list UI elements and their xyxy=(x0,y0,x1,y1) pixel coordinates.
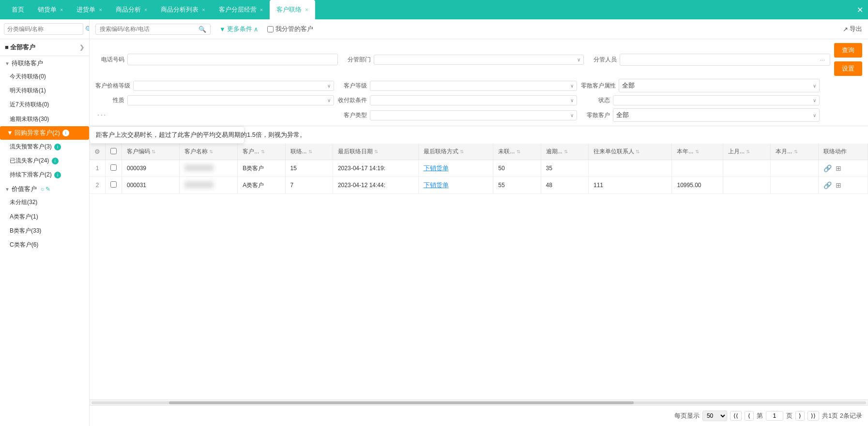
churned-info-icon[interactable]: i xyxy=(52,158,59,164)
col-customer-name[interactable]: 客户名称 ⇅ xyxy=(180,144,238,160)
col-overdue[interactable]: 逾期... ⇅ xyxy=(541,144,588,160)
col-customer-code[interactable]: 客户编码 ⇅ xyxy=(122,144,180,160)
row-last-method-1[interactable]: 下销货单 xyxy=(418,160,493,177)
nav-purchase[interactable]: 进货单 × xyxy=(70,0,108,19)
scattered-customer-select[interactable]: 全部 ∨ xyxy=(613,108,820,122)
sidebar-search-button[interactable]: 🔍 xyxy=(85,26,90,33)
row-code-2: 000031 xyxy=(122,177,180,194)
nav-sales[interactable]: 销货单 × xyxy=(31,0,70,19)
section-value-customers[interactable]: ▼ 价值客户 ○ ✎ xyxy=(0,182,89,195)
nav-home[interactable]: 首页 xyxy=(5,0,31,19)
my-customers-checkbox[interactable] xyxy=(267,26,274,32)
col-last-contact-date[interactable]: 最后联络日期 ⇅ xyxy=(333,144,418,160)
status-chevron-icon: ∨ xyxy=(813,98,816,103)
horizontal-scrollbar[interactable] xyxy=(90,399,868,405)
nature-select[interactable]: ∨ xyxy=(127,95,334,105)
department-select[interactable]: ∨ xyxy=(374,55,584,65)
last-page-button[interactable]: ⟩⟩ xyxy=(807,411,819,421)
my-customers-checkbox-label[interactable]: 我分管的客户 xyxy=(267,25,313,33)
close-sales-tab[interactable]: × xyxy=(60,0,63,19)
row-checkbox-2[interactable] xyxy=(106,177,122,194)
page-number-input[interactable] xyxy=(766,411,783,421)
table-settings-icon[interactable]: ⚙ xyxy=(94,148,100,155)
section-pending-contact[interactable]: ▼ 待联络客户 xyxy=(0,56,89,70)
close-product-analysis-tab[interactable]: × xyxy=(144,0,147,19)
close-customer-contact-tab[interactable]: × xyxy=(305,0,308,19)
settings-button[interactable]: 设置 xyxy=(834,61,862,76)
query-button[interactable]: 查询 xyxy=(834,43,862,58)
scattered-attr-select[interactable]: 全部 ∨ xyxy=(619,79,820,92)
row-customer-type-2: A类客户 xyxy=(238,177,285,194)
phone-input[interactable] xyxy=(127,54,338,65)
sidebar-all-customers-header[interactable]: ■ 全部客户 ❯ xyxy=(0,39,89,56)
col-contact-count[interactable]: 联络... ⇅ xyxy=(285,144,333,160)
action-grid-icon-2[interactable]: ⊞ xyxy=(836,181,841,189)
repurchase-anomaly-info-icon[interactable]: i xyxy=(62,130,69,136)
filter-dots-area: ··· xyxy=(95,111,334,119)
nav-product-analysis-list[interactable]: 商品分析列表 × xyxy=(154,0,212,19)
action-link-icon-2[interactable]: 🔗 xyxy=(823,181,832,189)
customer-table-area[interactable]: ⚙ 客户编码 ⇅ 客户名称 ⇅ 客户... ⇅ 联络... ⇅ 最后联络日期 ⇅… xyxy=(90,144,868,399)
export-button[interactable]: ↗ 导出 xyxy=(843,25,862,33)
customer-type-select[interactable]: ∨ xyxy=(370,110,577,120)
price-level-select[interactable]: ∨ xyxy=(133,81,334,91)
more-filters-dots[interactable]: ··· xyxy=(95,111,108,119)
row-this-year-2: 10995.00 xyxy=(672,177,723,194)
col-last-contact-method[interactable]: 最后联络方式 ⇅ xyxy=(418,144,493,160)
select-all-checkbox[interactable] xyxy=(110,148,117,154)
row-checkbox-1[interactable] xyxy=(106,160,122,177)
nav-product-analysis[interactable]: 商品分析 × xyxy=(109,0,154,19)
sidebar-item-class-a[interactable]: A类客户(1) xyxy=(0,210,89,224)
close-product-analysis-list-tab[interactable]: × xyxy=(202,0,205,19)
sidebar-item-declining[interactable]: 持续下滑客户(2) i xyxy=(0,168,89,182)
nav-customer-contact[interactable]: 客户联络 × xyxy=(270,0,315,19)
filter-customer-type: 客户类型 ∨ xyxy=(338,110,577,120)
sidebar-item-ungrouped[interactable]: 未分组(32) xyxy=(0,195,89,209)
close-customer-tier-tab[interactable]: × xyxy=(260,0,263,19)
close-all-button[interactable]: ✕ xyxy=(857,5,863,15)
section-repurchase-anomaly[interactable]: ▼ 回购异常客户(2) i xyxy=(0,126,89,140)
sidebar-item-class-b[interactable]: B类客户(33) xyxy=(0,224,89,238)
sidebar-item-today[interactable]: 今天待联络(0) xyxy=(0,70,89,84)
sidebar-item-tomorrow[interactable]: 明天待联络(1) xyxy=(0,84,89,98)
nav-customer-tier[interactable]: 客户分层经营 × xyxy=(212,0,270,19)
row-last-method-2[interactable]: 下销货单 xyxy=(418,177,493,194)
search-input[interactable] xyxy=(100,26,197,32)
col-last-month[interactable]: 上月... ⇅ xyxy=(723,144,770,160)
sidebar-collapse-button[interactable]: ❯ xyxy=(79,44,84,51)
manager-select[interactable]: ··· xyxy=(620,54,830,66)
col-this-year[interactable]: 本年... ⇅ xyxy=(672,144,723,160)
value-customers-edit-icon[interactable]: ○ ✎ xyxy=(41,186,51,192)
sidebar-search-input[interactable] xyxy=(4,23,83,35)
scrollbar-thumb[interactable] xyxy=(169,401,634,404)
col-contact-person[interactable]: 往来单位联系人 ⇅ xyxy=(588,144,672,160)
per-page-select[interactable]: 50 100 200 xyxy=(702,411,727,421)
first-page-button[interactable]: ⟨⟨ xyxy=(730,411,742,421)
sidebar-item-7days[interactable]: 近7天待联络(0) xyxy=(0,98,89,112)
col-customer-type[interactable]: 客户... ⇅ xyxy=(238,144,285,160)
sidebar-item-overdue[interactable]: 逾期未联络(30) xyxy=(0,112,89,126)
search-bar: 🔍 xyxy=(95,24,211,35)
payment-chevron-icon: ∨ xyxy=(570,98,574,103)
close-purchase-tab[interactable]: × xyxy=(99,0,102,19)
prev-page-button[interactable]: ⟨ xyxy=(745,411,754,421)
next-page-button[interactable]: ⟩ xyxy=(795,411,805,421)
action-link-icon-1[interactable]: 🔗 xyxy=(823,164,832,172)
col-uncontacted[interactable]: 未联... ⇅ xyxy=(493,144,541,160)
sidebar-item-churn-warning[interactable]: 流失预警客户(3) i xyxy=(0,140,89,154)
manager-dots-icon: ··· xyxy=(818,56,827,63)
action-grid-icon-1[interactable]: ⊞ xyxy=(836,164,841,172)
sidebar-item-class-c[interactable]: C类客户(6) xyxy=(0,238,89,252)
status-select[interactable]: ∨ xyxy=(613,95,820,105)
customer-level-select[interactable]: ∨ xyxy=(370,81,577,91)
col-this-month[interactable]: 本月... ⇅ xyxy=(771,144,818,160)
declining-info-icon[interactable]: i xyxy=(54,172,61,178)
churn-warning-info-icon[interactable]: i xyxy=(54,144,61,150)
row-uncontacted-1: 50 xyxy=(493,160,541,177)
more-conditions-button[interactable]: ▼ 更多条件 ∧ xyxy=(215,23,262,35)
sidebar-item-churned[interactable]: 已流失客户(24) i xyxy=(0,154,89,168)
col-settings[interactable]: ⚙ xyxy=(90,144,106,160)
col-checkbox-all[interactable] xyxy=(106,144,122,160)
filter-scattered-customer: 零散客户 全部 ∨ xyxy=(581,108,820,122)
payment-select[interactable]: ∨ xyxy=(370,95,577,105)
